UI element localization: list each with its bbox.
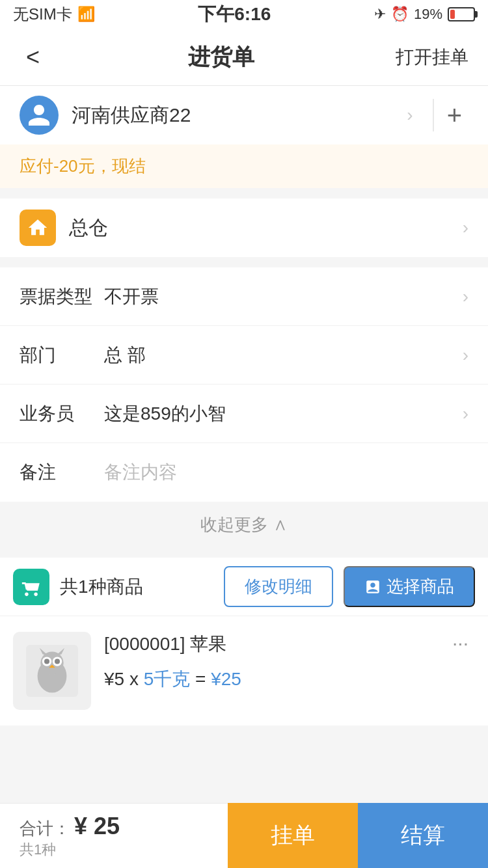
cart-icon xyxy=(20,576,42,598)
product-thumbnail xyxy=(13,632,91,710)
add-supplier-button[interactable]: + xyxy=(441,94,468,137)
product-code: [0000001] xyxy=(104,634,190,654)
modify-detail-button[interactable]: 修改明细 xyxy=(224,566,333,607)
page-title: 进货单 xyxy=(188,42,254,72)
location-icon: ✈ xyxy=(374,6,386,23)
product-section: 共1种商品 修改明细 选择商品 xyxy=(0,558,488,726)
supplier-name: 河南供应商22 xyxy=(72,102,407,129)
supplier-avatar xyxy=(20,96,59,135)
pending-button[interactable]: 挂单 xyxy=(228,803,358,868)
collapse-bar[interactable]: 收起更多 ∧ xyxy=(0,502,488,547)
warehouse-row[interactable]: 总仓 › xyxy=(0,198,488,257)
total-amount: ¥ 25 xyxy=(74,813,120,840)
notice-bar: 应付-20元，现结 xyxy=(0,144,488,188)
price-separator: x xyxy=(129,669,144,689)
warehouse-icon xyxy=(20,210,56,246)
invoice-type-chevron-icon: › xyxy=(463,286,468,307)
product-more-button[interactable]: ··· xyxy=(446,632,475,654)
status-right: ✈ ⏰ 19% xyxy=(374,6,475,23)
alarm-icon: ⏰ xyxy=(391,6,409,23)
home-icon xyxy=(27,217,49,239)
product-info: [0000001] 苹果 ¥5 x 5千克 = ¥25 xyxy=(104,632,446,692)
department-row[interactable]: 部门 总 部 › xyxy=(0,326,488,385)
quantity: 5千克 xyxy=(144,669,191,689)
wifi-icon: 📶 xyxy=(77,6,95,23)
content-area: 河南供应商22 › + 应付-20元，现结 总仓 › 票据类型 不开票 › 部门… xyxy=(0,86,488,726)
form-card: 票据类型 不开票 › 部门 总 部 › 业务员 这是859的小智 › 备注 备注… xyxy=(0,267,488,502)
product-name: [0000001] 苹果 xyxy=(104,632,446,657)
select-product-button[interactable]: 选择商品 xyxy=(344,566,475,607)
salesperson-value: 这是859的小智 xyxy=(104,401,463,426)
equals-sign: = xyxy=(195,669,211,689)
product-title: 苹果 xyxy=(190,634,226,654)
checkout-button[interactable]: 结算 xyxy=(358,803,488,868)
product-icon xyxy=(13,569,49,605)
supplier-divider xyxy=(433,99,434,131)
status-left: 无SIM卡 📶 xyxy=(13,4,95,25)
battery-icon xyxy=(448,7,475,21)
remarks-row[interactable]: 备注 备注内容 xyxy=(0,443,488,502)
remarks-label: 备注 xyxy=(20,460,104,485)
supplier-row[interactable]: 河南供应商22 › + xyxy=(0,86,488,144)
salesperson-label: 业务员 xyxy=(20,401,104,426)
svg-point-5 xyxy=(44,659,49,664)
svg-point-6 xyxy=(55,659,60,664)
select-product-icon xyxy=(364,578,381,595)
battery-percentage: 19% xyxy=(414,6,442,23)
department-value: 总 部 xyxy=(104,343,463,368)
department-chevron-icon: › xyxy=(463,345,468,366)
warehouse-chevron-icon: › xyxy=(463,217,468,238)
total-section: 合计： ¥ 25 共1种 xyxy=(0,803,228,868)
invoice-type-label: 票据类型 xyxy=(20,284,104,309)
bottom-bar: 合计： ¥ 25 共1种 挂单 结算 xyxy=(0,803,488,868)
open-pending-button[interactable]: 打开挂单 xyxy=(396,45,468,70)
unit-price: ¥5 xyxy=(104,669,124,689)
remarks-input[interactable]: 备注内容 xyxy=(104,460,468,485)
product-count-label: 共1种商品 xyxy=(60,575,224,599)
salesperson-row[interactable]: 业务员 这是859的小智 › xyxy=(0,385,488,443)
department-label: 部门 xyxy=(20,343,104,368)
line-total: ¥25 xyxy=(211,669,241,689)
total-count: 共1种 xyxy=(20,840,208,860)
invoice-type-row[interactable]: 票据类型 不开票 › xyxy=(0,267,488,326)
status-time: 下午6:16 xyxy=(198,2,271,27)
product-price-row: ¥5 x 5千克 = ¥25 xyxy=(104,667,446,692)
invoice-type-value: 不开票 xyxy=(104,284,463,309)
carrier-text: 无SIM卡 xyxy=(13,4,72,25)
supplier-chevron-icon: › xyxy=(407,105,413,126)
salesperson-chevron-icon: › xyxy=(463,403,468,424)
nav-bar: < 进货单 打开挂单 xyxy=(0,29,488,86)
battery-fill xyxy=(450,10,455,19)
select-product-label: 选择商品 xyxy=(386,575,454,598)
back-button[interactable]: < xyxy=(20,37,46,77)
status-bar: 无SIM卡 📶 下午6:16 ✈ ⏰ 19% xyxy=(0,0,488,29)
total-label: 合计： xyxy=(20,817,70,840)
warehouse-name: 总仓 xyxy=(69,215,463,241)
person-icon xyxy=(26,102,52,128)
supplier-card: 河南供应商22 › + xyxy=(0,86,488,144)
product-header: 共1种商品 修改明细 选择商品 xyxy=(0,558,488,616)
product-image xyxy=(26,645,78,697)
product-item: [0000001] 苹果 ¥5 x 5千克 = ¥25 ··· xyxy=(0,616,488,726)
bottom-spacer xyxy=(0,736,488,801)
